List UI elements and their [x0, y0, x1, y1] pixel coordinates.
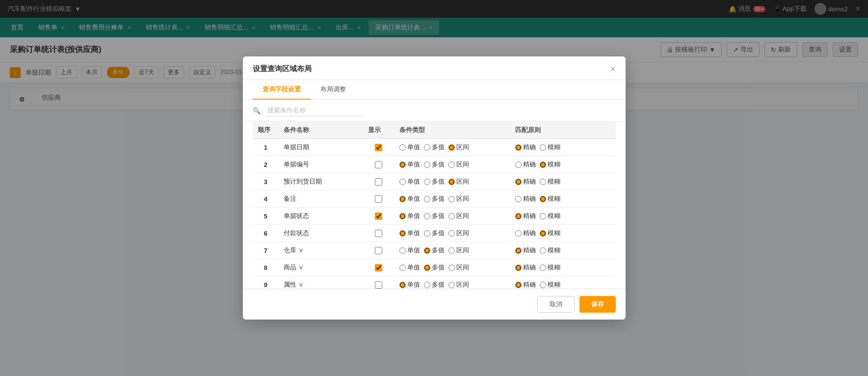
- settings-dialog: 设置查询区域布局 × 查询字段设置 布局调整 🔍 顺序 条件名称: [243, 56, 626, 116]
- dialog-overlay: 设置查询区域布局 × 查询字段设置 布局调整 🔍 顺序 条件名称: [0, 0, 868, 116]
- tab-query-fields[interactable]: 查询字段设置: [253, 80, 311, 100]
- search-icon: 🔍: [253, 107, 261, 114]
- tab-layout[interactable]: 布局调整: [311, 80, 356, 100]
- dialog-search-area: 🔍: [243, 100, 626, 116]
- dialog-header: 设置查询区域布局 ×: [243, 56, 626, 80]
- search-input[interactable]: [264, 105, 363, 116]
- dialog-title: 设置查询区域布局: [253, 64, 312, 74]
- dialog-close-button[interactable]: ×: [610, 65, 616, 74]
- dialog-tabs: 查询字段设置 布局调整: [243, 80, 626, 100]
